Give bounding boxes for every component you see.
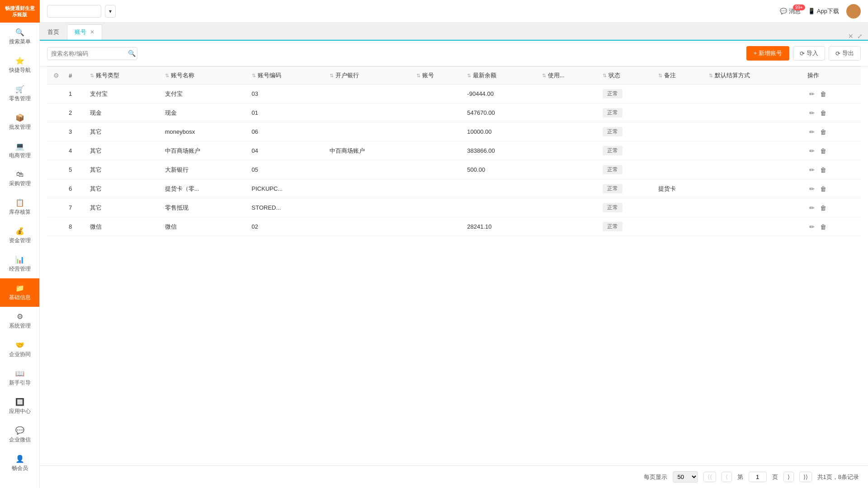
col-name[interactable]: 账号名称 [161,67,248,84]
avatar[interactable] [846,4,861,19]
delete-button[interactable]: 🗑 [818,108,828,117]
edit-button[interactable]: ✏ [807,165,816,174]
search-icon-button[interactable]: 🔍 [124,48,137,59]
sidebar-item-system[interactable]: ⚙系统管理 [0,307,39,335]
edit-button[interactable]: ✏ [807,127,816,136]
delete-button[interactable]: 🗑 [818,184,828,193]
sidebar-item-label: 企业协同 [9,351,31,358]
col-gear: ⚙ [47,67,65,84]
col-status[interactable]: 状态 [599,67,654,84]
cell-remark [655,198,705,217]
tab-home[interactable]: 首页 [40,24,67,40]
cell-account [413,198,463,217]
sidebar-item-label: 搜索菜单 [9,38,31,46]
cell-payment [705,141,804,160]
sidebar-item-wechat_biz[interactable]: 💬企业微信 [0,421,39,449]
col-balance[interactable]: 最新余额 [463,67,538,84]
delete-button[interactable]: 🗑 [818,222,828,231]
export-button[interactable]: ⟳ 导出 [829,46,861,61]
cell-type: 现金 [86,103,161,122]
tab-maximize-button[interactable]: ⤢ [857,33,863,40]
edit-button[interactable]: ✏ [807,108,816,117]
first-page-button[interactable]: ⟨⟨ [703,472,716,482]
delete-button[interactable]: 🗑 [818,127,828,136]
cell-bank [326,122,413,141]
delete-button[interactable]: 🗑 [818,203,828,212]
col-usage[interactable]: 使用... [538,67,599,84]
delete-button[interactable]: 🗑 [818,165,828,174]
topbar-search-input[interactable] [47,5,101,18]
import-button[interactable]: ⟳ 导入 [793,46,825,61]
cell-index: 5 [65,160,86,179]
cell-index: 1 [65,84,86,103]
sidebar-item-inventory[interactable]: 📋库存核算 [0,193,39,221]
delete-button[interactable]: 🗑 [818,89,828,99]
cell-action: ✏ 🗑 [804,179,861,198]
cell-name: 支付宝 [161,84,248,103]
cell-status: 正常 [599,103,654,122]
edit-button[interactable]: ✏ [807,146,816,155]
add-account-button[interactable]: + 新增账号 [746,46,789,61]
cell-bank [326,179,413,198]
toolbar: 🔍 + 新增账号 ⟳ 导入 ⟳ 导出 [40,41,868,66]
cell-gear [47,217,65,236]
col-bank[interactable]: 开户银行 [326,67,413,84]
edit-button[interactable]: ✏ [807,203,816,212]
topbar-dropdown[interactable]: ▾ [105,5,116,18]
cell-status: 正常 [599,179,654,198]
sidebar-item-app_center[interactable]: 🔲应用中心 [0,392,39,421]
tab-account[interactable]: 账号 ✕ [67,24,102,40]
edit-button[interactable]: ✏ [807,89,816,99]
finance-icon: 💰 [15,227,24,235]
page-size-select[interactable]: 50 100 [673,471,698,483]
sidebar-item-guide[interactable]: 📖新手引导 [0,364,39,392]
sidebar-item-member[interactable]: 👤畅会员 [0,449,39,478]
edit-button[interactable]: ✏ [807,222,816,231]
sidebar-item-wholesale[interactable]: 📦批发管理 [0,108,39,136]
tab-account-close[interactable]: ✕ [90,29,94,35]
delete-button[interactable]: 🗑 [818,146,828,155]
col-remark[interactable]: 备注 [655,67,705,84]
sidebar-item-ecommerce[interactable]: 💻电商管理 [0,136,39,165]
cell-status: 正常 [599,122,654,141]
next-page-button[interactable]: ⟩ [783,472,794,482]
prev-page-button[interactable]: ⟨ [722,472,732,482]
sidebar-item-label: 资金管理 [9,237,31,244]
account-search-input[interactable] [47,47,124,60]
page-input[interactable] [749,472,767,482]
sidebar-item-finance[interactable]: 💰资金管理 [0,221,39,250]
col-code[interactable]: 账号编码 [248,67,326,84]
status-badge: 正常 [603,108,623,117]
sidebar-item-shortcut[interactable]: ⭐快捷导航 [0,51,39,80]
sidebar-item-label: 零售管理 [9,95,31,103]
table-row: 5 其它 大新银行 05 500.00 正常 ✏ 🗑 [47,160,861,179]
col-type[interactable]: 账号类型 [86,67,161,84]
topbar-left: ▾ [47,5,116,18]
sidebar-item-agreement[interactable]: 🤝企业协同 [0,335,39,364]
app-download-button[interactable]: 📱 App下载 [808,7,839,15]
cell-usage [538,217,599,236]
last-page-button[interactable]: ⟩⟩ [799,472,812,482]
col-account[interactable]: 账号 [413,67,463,84]
cell-name: moneybosx [161,122,248,141]
cell-payment [705,160,804,179]
topbar: ▾ 💬 消息 99+ 📱 App下载 [40,0,868,23]
sidebar-item-retail[interactable]: 🛒零售管理 [0,80,39,108]
sidebar-item-business[interactable]: 📊经营管理 [0,250,39,278]
gear-icon[interactable]: ⚙ [53,72,59,79]
cell-gear [47,198,65,217]
cell-index: 3 [65,122,86,141]
import-icon: ⟳ [800,50,805,57]
col-payment[interactable]: 默认结算方式 [705,67,804,84]
cell-bank [326,198,413,217]
cell-type: 其它 [86,141,161,160]
sidebar-item-label: 采购管理 [9,180,31,188]
tab-close-button[interactable]: ✕ [848,33,854,40]
sidebar-nav: 🔍搜索菜单⭐快捷导航🛒零售管理📦批发管理💻电商管理🛍采购管理📋库存核算💰资金管理… [0,23,39,488]
sidebar-item-purchase[interactable]: 🛍采购管理 [0,165,39,193]
shortcut-icon: ⭐ [15,56,24,65]
sidebar-item-search[interactable]: 🔍搜索菜单 [0,23,39,51]
sidebar-item-basic[interactable]: 📁基础信息 [0,278,39,307]
message-button[interactable]: 💬 消息 99+ [780,7,801,15]
edit-button[interactable]: ✏ [807,184,816,193]
